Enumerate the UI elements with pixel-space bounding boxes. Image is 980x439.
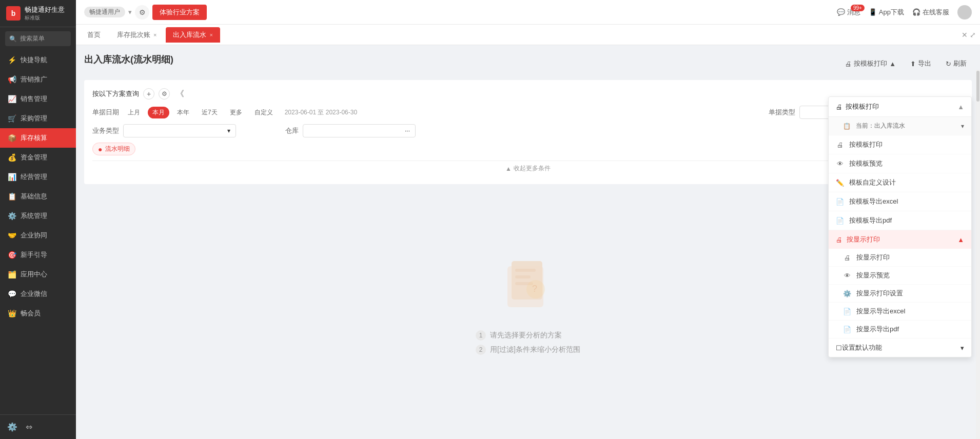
dropdown-header-arrow-icon[interactable]: ▲	[957, 103, 964, 111]
dropdown-template-pdf[interactable]: 📄 按模板导出pdf	[829, 211, 971, 230]
tab-batch-close-icon[interactable]: ×	[153, 32, 156, 38]
sidebar-item-finance[interactable]: 💰 资金管理	[0, 148, 76, 167]
template-custom-icon: ✏️	[836, 178, 844, 187]
dropdown-display-excel[interactable]: 📄 按显示导出excel	[829, 303, 971, 321]
dropdown-title-label: 按模板打印	[846, 102, 879, 111]
refresh-button[interactable]: ↻ 刷新	[940, 56, 972, 71]
template-print-icon: 🖨	[836, 141, 844, 149]
tab-flow[interactable]: 出入库流水 ×	[166, 27, 220, 43]
tabs-bar-right: ✕ ⤢	[962, 31, 976, 39]
content-wrapper: 出入库流水(流水明细) 🖨 按模板打印 ▲ ⬆ 导出 ↻ 刷新	[76, 45, 980, 439]
collapse-label: 收起更多条件	[514, 164, 551, 173]
doc-type-label: 单据类型	[769, 108, 795, 117]
tab-expand-button[interactable]: ⤢	[970, 31, 976, 39]
print-template-button[interactable]: 🖨 按模板打印 ▲	[840, 56, 901, 71]
search-menu-button[interactable]: 🔍 搜索菜单	[5, 31, 71, 46]
marketing-icon: 📢	[7, 75, 16, 84]
date-option-more[interactable]: 更多	[225, 107, 247, 118]
wechat-icon: 💬	[7, 290, 16, 298]
sidebar-logo-text: 畅捷通好生意 标准版	[25, 5, 65, 22]
dropdown-display-section[interactable]: 🖨 按显示打印 ▲	[829, 230, 971, 249]
sidebar-item-label: 畅会员	[21, 309, 41, 318]
date-range-display: 2023-06-01 至 2023-06-30	[285, 108, 357, 117]
guide-icon: 🎯	[7, 251, 16, 259]
date-option-prev-month[interactable]: 上月	[123, 107, 145, 118]
sidebar-item-shortcut[interactable]: ⚡ 快捷导航	[0, 50, 76, 70]
sidebar-item-basic[interactable]: 📋 基础信息	[0, 187, 76, 206]
sidebar-item-wechat[interactable]: 💬 企业微信	[0, 284, 76, 304]
dropdown-display-preview[interactable]: 👁 按显示预览	[829, 267, 971, 285]
sidebar-item-operation[interactable]: 📊 经营管理	[0, 167, 76, 187]
dropdown-template-excel[interactable]: 📄 按模板导出excel	[829, 192, 971, 211]
template-preview-icon: 👁	[836, 159, 844, 168]
export-icon: ⬆	[910, 60, 916, 68]
tab-batch-label: 库存批次账	[117, 30, 150, 39]
dropdown-display-settings[interactable]: ⚙️ 按显示打印设置	[829, 285, 971, 303]
print-template-icon: 🖨	[836, 103, 842, 111]
dropdown-template-preview[interactable]: 👁 按模板预览	[829, 154, 971, 173]
template-excel-label: 按模板导出excel	[849, 197, 898, 206]
app-download-button[interactable]: 📱 App下载	[869, 8, 904, 17]
sidebar-toggle-button[interactable]: ⇔	[24, 420, 34, 434]
industry-solution-button[interactable]: 体验行业方案	[152, 5, 207, 20]
warehouse-select[interactable]: ···	[303, 124, 416, 137]
template-pdf-label: 按模板导出pdf	[849, 216, 892, 225]
display-section-arrow-icon[interactable]: ▲	[957, 236, 964, 244]
filter-settings-button[interactable]: ⚙	[159, 88, 170, 99]
biz-type-select[interactable]: ▾	[123, 124, 236, 137]
svg-rect-2	[515, 269, 536, 272]
tab-batch[interactable]: 库存批次账 ×	[110, 27, 164, 43]
sidebar-item-member[interactable]: 👑 畅会员	[0, 304, 76, 323]
export-button[interactable]: ⬆ 导出	[905, 56, 936, 71]
settings-gear-icon[interactable]: ⚙	[135, 5, 149, 19]
display-pdf-label: 按显示导出pdf	[856, 325, 899, 334]
tab-flow-close-icon[interactable]: ×	[209, 32, 212, 38]
sidebar-item-appcenter[interactable]: 🗂️ 应用中心	[0, 265, 76, 284]
member-icon: 👑	[7, 309, 16, 317]
user-avatar[interactable]	[957, 5, 972, 19]
date-option-7days[interactable]: 近7天	[197, 107, 222, 118]
sidebar-item-inventory[interactable]: 📦 库存核算	[0, 128, 76, 148]
svg-rect-3	[515, 275, 531, 278]
sidebar-footer: ⚙️ ⇔	[0, 414, 76, 439]
sidebar-item-cooperation[interactable]: 🤝 企业协同	[0, 226, 76, 245]
right-scrollbar[interactable]	[976, 70, 980, 439]
dropdown-current-template[interactable]: 📋 当前：出入库流水 ▾	[829, 117, 971, 135]
user-dropdown-icon[interactable]: ▾	[128, 8, 132, 16]
dropdown-template-custom[interactable]: ✏️ 模板自定义设计	[829, 173, 971, 192]
template-preview-label: 按模板预览	[849, 159, 883, 168]
scroll-thumb	[976, 71, 979, 102]
message-button[interactable]: 💬 消息 99+	[837, 8, 860, 17]
date-option-current-month[interactable]: 本月	[148, 107, 169, 118]
sidebar-item-guide[interactable]: 🎯 新手引导	[0, 245, 76, 265]
date-option-current-year[interactable]: 本年	[172, 107, 194, 118]
sidebar-item-label: 经营管理	[21, 172, 47, 182]
filter-collapse-icon[interactable]: 《	[176, 89, 184, 99]
online-service-button[interactable]: 🎧 在线客服	[912, 8, 949, 17]
display-section-label: 按显示打印	[847, 235, 880, 244]
tab-close-all-button[interactable]: ✕	[962, 31, 968, 39]
settings-button[interactable]: ⚙️	[5, 420, 19, 434]
shortcut-icon: ⚡	[7, 56, 16, 64]
flow-detail-chip[interactable]: ● 流水明细	[92, 143, 135, 155]
dropdown-title: 🖨 按模板打印	[836, 102, 879, 111]
service-label: 在线客服	[923, 8, 949, 17]
dropdown-display-pdf[interactable]: 📄 按显示导出pdf	[829, 321, 971, 338]
sidebar-search[interactable]: 🔍 搜索菜单	[0, 27, 76, 50]
current-template-label: 当前：出入库流水	[856, 122, 905, 130]
main-content: 畅捷通用户 ▾ ⚙ 体验行业方案 💬 消息 99+ 📱 App下载 🎧 在线客服	[76, 0, 980, 439]
dropdown-template-print[interactable]: 🖨 按模板打印	[829, 135, 971, 154]
sidebar-item-label: 快捷导航	[21, 55, 47, 65]
tab-home[interactable]: 首页	[80, 27, 108, 43]
print-label: 按模板打印	[854, 59, 887, 68]
sidebar-item-marketing[interactable]: 📢 营销推广	[0, 70, 76, 89]
topbar-right: 💬 消息 99+ 📱 App下载 🎧 在线客服	[837, 5, 972, 19]
date-option-custom[interactable]: 自定义	[250, 107, 278, 118]
sidebar-item-purchase[interactable]: 🛒 采购管理	[0, 109, 76, 128]
dropdown-footer[interactable]: ☐ 设置默认功能 ▾	[829, 338, 971, 357]
dropdown-display-print[interactable]: 🖨 按显示打印	[829, 249, 971, 267]
sidebar-item-system[interactable]: ⚙️ 系统管理	[0, 206, 76, 226]
display-settings-label: 按显示打印设置	[856, 289, 903, 298]
sidebar-item-sales[interactable]: 📈 销售管理	[0, 89, 76, 109]
filter-add-button[interactable]: +	[143, 88, 154, 99]
